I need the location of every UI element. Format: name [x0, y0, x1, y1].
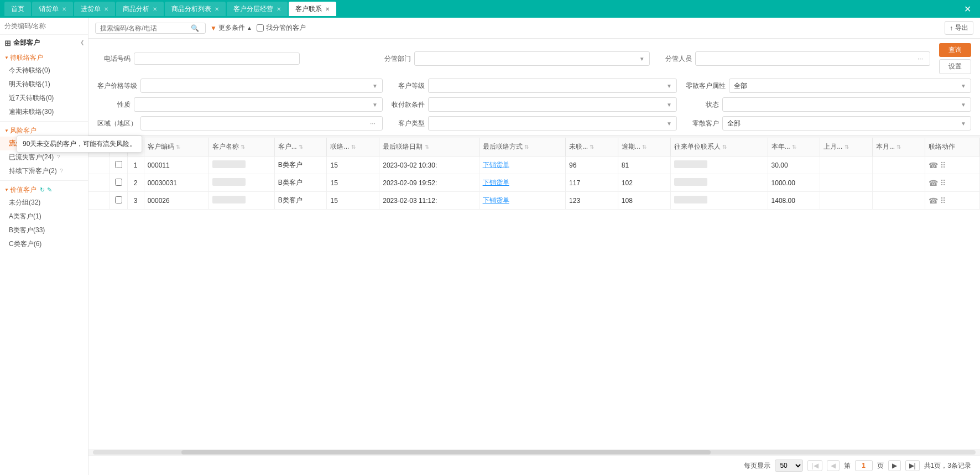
sort-overdue-icon: ⇅ — [642, 144, 647, 150]
col-last-way[interactable]: 最后联络方式 ⇅ — [479, 138, 565, 156]
tab-customer-contact-close[interactable]: ✕ — [325, 6, 330, 12]
payment-select[interactable]: ▼ — [428, 97, 677, 112]
col-contact[interactable]: 联络... ⇅ — [327, 138, 379, 156]
row3-action-contact[interactable]: ☎ — [929, 196, 938, 205]
sort-lmonth-icon: ⇅ — [845, 144, 849, 150]
col-last-month[interactable]: 上月... ⇅ — [820, 138, 873, 156]
zero-sale-attr-select[interactable]: 全部 ▼ — [729, 79, 971, 93]
row1-action-more[interactable]: ⠿ — [940, 161, 946, 170]
filter-gender: 性质 ▼ — [97, 97, 383, 112]
row2-action: ☎ ⠿ — [925, 174, 979, 192]
sidebar-item-today[interactable]: 今天待联络(0) — [0, 64, 88, 77]
row2-check[interactable] — [115, 179, 122, 186]
sidebar-search-input[interactable] — [4, 22, 87, 30]
row1-this-month — [873, 156, 925, 174]
area-select[interactable]: ··· — [140, 116, 383, 131]
sidebar-item-class-a[interactable]: A类客户(1) — [0, 210, 88, 223]
col-code[interactable]: 客户编码 ⇅ — [144, 138, 208, 156]
prev-page-btn[interactable]: ◀ — [827, 460, 840, 471]
sidebar-item-overdue[interactable]: 逾期未联络(30) — [0, 105, 88, 119]
sidebar-item-7days[interactable]: 近7天待联络(0) — [0, 91, 88, 105]
divider-2 — [0, 180, 88, 181]
col-last-date[interactable]: 最后联络日期 ⇅ — [379, 138, 479, 156]
row3-last-month — [820, 192, 873, 210]
next-page-btn[interactable]: ▶ — [888, 460, 901, 471]
my-customers-check[interactable] — [257, 24, 264, 32]
row2-action-more[interactable]: ⠿ — [940, 179, 946, 187]
more-conditions-btn[interactable]: ▼ 更多条件 ▲ — [210, 23, 252, 33]
page-unit-label: 页 — [877, 461, 884, 471]
phone-input[interactable] — [134, 53, 300, 65]
row3-action-more[interactable]: ⠿ — [940, 196, 946, 205]
tab-customer-layer[interactable]: 客户分层经营 ✕ — [227, 2, 288, 16]
tab-purchase[interactable]: 进货单 ✕ — [74, 2, 115, 16]
table-row: 1 000011 B类客户 15 2023-03-02 10:30: 下销货单 … — [88, 156, 980, 174]
per-page-select[interactable]: 50 20 100 — [775, 460, 803, 472]
dept-label: 分管部门 — [378, 54, 411, 64]
person-dots[interactable]: ··· — [915, 55, 925, 62]
horizontal-scrollbar[interactable] — [88, 449, 980, 456]
col-this-month[interactable]: 本月... ⇅ — [873, 138, 925, 156]
tab-purchase-close[interactable]: ✕ — [104, 6, 108, 12]
search-icon[interactable]: 🔍 — [191, 24, 199, 32]
sidebar-group-pending[interactable]: ▼ 待联络客户 — [0, 51, 88, 64]
status-select[interactable]: ▼ — [722, 97, 971, 112]
row2-last-way: 下销货单 — [479, 174, 565, 192]
price-level-select[interactable]: ▼ — [140, 79, 383, 93]
row2-action-contact[interactable]: ☎ — [929, 179, 938, 187]
row1-type: B类客户 — [274, 156, 327, 174]
dept-select[interactable]: ▼ — [414, 51, 649, 66]
search-input[interactable] — [100, 24, 189, 32]
gender-select[interactable]: ▼ — [134, 97, 383, 112]
row2-this-year: 1000.00 — [768, 174, 820, 192]
first-page-btn[interactable]: |◀ — [807, 460, 822, 471]
tab-analysis-list-close[interactable]: ✕ — [215, 6, 219, 12]
tab-home[interactable]: 首页 — [4, 2, 31, 16]
customer-type-label: 客户类型 — [392, 119, 425, 128]
sidebar-item-ungrouped[interactable]: 未分组(32) — [0, 196, 88, 210]
row3-check[interactable] — [115, 196, 122, 203]
row1-check[interactable] — [115, 161, 122, 168]
col-unit-contact[interactable]: 往来单位联系人 ⇅ — [670, 138, 768, 156]
area-dots[interactable]: ··· — [368, 119, 378, 127]
tab-analysis[interactable]: 商品分析 ✕ — [116, 2, 164, 16]
collapse-icon: 《 — [78, 39, 84, 47]
sidebar-group-risk[interactable]: ▼ 风险客户 — [0, 124, 88, 137]
row3-type: B类客户 — [274, 192, 327, 210]
tab-customer-layer-close[interactable]: ✕ — [277, 6, 281, 12]
last-page-btn[interactable]: ▶| — [905, 460, 920, 471]
table-header: ⚙ 客户编码 ⇅ 客户名称 ⇅ 客户... ⇅ 联络... ⇅ 最后联络日期 ⇅… — [88, 138, 980, 156]
tab-sales-close[interactable]: ✕ — [62, 6, 66, 12]
customer-level-select[interactable]: ▼ — [428, 79, 677, 93]
customer-level-label: 客户等级 — [392, 81, 425, 91]
sidebar-item-declining[interactable]: 持续下滑客户(2) ? — [0, 164, 88, 178]
customer-type-select[interactable]: ▼ — [428, 116, 677, 131]
sidebar-group-value[interactable]: ▼ 价值客户 ↻ ✎ — [0, 183, 88, 196]
tab-analysis-close[interactable]: ✕ — [153, 6, 157, 12]
col-type[interactable]: 客户... ⇅ — [274, 138, 327, 156]
tab-analysis-list[interactable]: 商品分析列表 ✕ — [165, 2, 226, 16]
sort-tmonth-icon: ⇅ — [896, 144, 901, 150]
my-customers-checkbox[interactable]: 我分管的客户 — [257, 23, 306, 33]
scrollbar-thumb[interactable] — [181, 450, 711, 455]
col-name[interactable]: 客户名称 ⇅ — [209, 138, 275, 156]
sidebar-root[interactable]: ⊞ 全部客户 《 — [0, 35, 88, 51]
col-this-year[interactable]: 本年... ⇅ — [768, 138, 820, 156]
settings-button[interactable]: 设置 — [939, 59, 971, 74]
sidebar-item-class-c[interactable]: C类客户(6) — [0, 237, 88, 251]
export-button[interactable]: ↑ 导出 — [945, 21, 973, 35]
query-button[interactable]: 查询 — [939, 43, 971, 57]
col-uncontact[interactable]: 未联... ⇅ — [566, 138, 618, 156]
sidebar-item-tomorrow[interactable]: 明天待联络(1) — [0, 77, 88, 91]
filter-row-3: 性质 ▼ 收付款条件 ▼ 状态 — [97, 97, 971, 112]
close-all-tabs[interactable]: ✕ — [960, 4, 976, 14]
row2-last-date: 2023-02-09 19:52: — [379, 174, 479, 192]
sidebar-item-class-b[interactable]: B类客户(33) — [0, 223, 88, 237]
row1-action-contact[interactable]: ☎ — [929, 161, 938, 170]
tab-customer-contact[interactable]: 客户联系 ✕ — [289, 2, 336, 16]
col-overdue[interactable]: 逾期... ⇅ — [618, 138, 670, 156]
page-number-input[interactable] — [855, 460, 873, 471]
person-select[interactable]: ··· — [695, 51, 930, 66]
tab-sales[interactable]: 销货单 ✕ — [32, 2, 73, 16]
zero-customer-select[interactable]: 全部 ▼ — [722, 116, 971, 131]
